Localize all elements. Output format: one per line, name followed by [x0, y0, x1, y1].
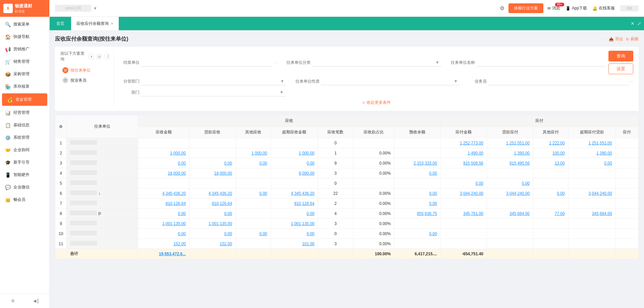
partner-type-select[interactable]: ▼	[312, 59, 441, 67]
table-cell[interactable]: 0.00	[138, 229, 189, 239]
salesman-input[interactable]	[488, 78, 629, 85]
tab-receivable[interactable]: 应收应付余额查询 ✕	[71, 17, 119, 30]
sidebar-item-10[interactable]: 🤝企业协同	[0, 144, 49, 156]
table-cell[interactable]: 810,126.64	[189, 199, 235, 209]
scheme-item-by-partner[interactable]: W 按往来单位	[60, 65, 110, 75]
user-menu[interactable]: Rit	[620, 5, 639, 11]
online-service-button[interactable]: 🔔 在线客服	[592, 5, 615, 11]
table-cell[interactable]: 0.00	[533, 188, 569, 199]
tab-home[interactable]: 首页	[50, 17, 71, 30]
sidebar-item-0[interactable]: 🔍搜索菜单	[0, 18, 49, 31]
table-cell[interactable]: 345,684.00	[487, 209, 533, 219]
table-cell[interactable]: 9,000.00	[271, 168, 318, 178]
table-cell[interactable]: 1,001,135.00	[189, 219, 235, 229]
table-cell[interactable]: 3,044,240.00	[487, 188, 533, 199]
table-cell[interactable]: 345,684.00	[568, 209, 615, 219]
app-download-button[interactable]: 📱 App下载	[566, 5, 587, 11]
sidebar-item-2[interactable]: 📢营销推广	[0, 43, 49, 55]
sidebar-item-5[interactable]: 🏪库存核算	[0, 80, 49, 93]
table-gear-icon[interactable]: ⚙	[59, 124, 63, 129]
settlement-dots-icon[interactable]: ···	[274, 60, 277, 65]
partner-name-input[interactable]	[476, 59, 606, 67]
partner-nature-select[interactable]: ▼	[321, 78, 460, 85]
back-scheme-button[interactable]: 《	[104, 53, 110, 59]
table-cell[interactable]: 1,001,135.00	[138, 219, 189, 229]
industry-plan-button[interactable]: 体验行业方案	[508, 3, 543, 13]
table-cell[interactable]: 655,636.75	[394, 209, 440, 219]
table-cell[interactable]: 1,390.00	[487, 148, 533, 158]
table-cell[interactable]: 152.00	[138, 239, 189, 249]
sidebar-item-4[interactable]: 📦采购管理	[0, 68, 49, 80]
table-cell[interactable]: 0.00	[394, 188, 440, 199]
table-cell[interactable]: 0.00	[235, 158, 271, 168]
sidebar-item-9[interactable]: ⚙️系统管理	[0, 131, 49, 144]
table-cell[interactable]: 1,001,135.00	[271, 219, 318, 229]
chevron-down-icon[interactable]: ▼	[93, 6, 97, 11]
table-cell[interactable]: 1,222.00	[533, 138, 569, 148]
dept-select[interactable]: ▼	[141, 78, 286, 85]
table-cell[interactable]: 0.00	[568, 158, 615, 168]
table-cell[interactable]: 0.00	[138, 209, 189, 219]
query-button[interactable]: 查询	[608, 51, 633, 61]
table-cell[interactable]: 1,252,773.00	[440, 138, 487, 148]
table-cell[interactable]: 915,508.56	[440, 158, 487, 168]
collapse-footer-btn[interactable]: ◀║	[26, 297, 47, 305]
table-cell[interactable]: 0.00	[394, 229, 440, 239]
table-cell[interactable]: 915,495.56	[487, 158, 533, 168]
table-cell[interactable]: 3,044,240.00	[440, 188, 487, 199]
scheme-item-by-salesman[interactable]: ⏱ 按业务员	[60, 76, 110, 85]
table-cell[interactable]: 152.00	[189, 239, 235, 249]
collapse-button[interactable]: ∧ 收起更多条件	[119, 98, 633, 107]
table-cell[interactable]: 1,390.00	[568, 148, 615, 158]
table-cell[interactable]: 0.00	[440, 178, 487, 188]
table-cell[interactable]: 0.00	[394, 199, 440, 209]
salesman-dots-icon[interactable]: ···	[630, 79, 633, 84]
table-cell[interactable]: 1,000.00	[138, 148, 189, 158]
table-cell[interactable]: 345,761.00	[440, 209, 487, 219]
table-cell[interactable]: 100.00	[533, 148, 569, 158]
settings-footer-btn[interactable]: ⚙	[3, 297, 23, 305]
department-select[interactable]: ▼	[141, 89, 286, 96]
sidebar-item-8[interactable]: 📋基础信息	[0, 119, 49, 131]
tab-close-window-icon[interactable]: ✕	[631, 21, 635, 26]
table-cell[interactable]: 0.00	[271, 209, 318, 219]
table-cell[interactable]: 1,000.00	[271, 148, 318, 158]
sidebar-item-6[interactable]: 💰资金管理	[2, 93, 47, 106]
refresh-button[interactable]: ↻ 刷新	[626, 36, 639, 42]
table-cell[interactable]: 810,126.64	[271, 199, 318, 209]
table-cell[interactable]: 4,345,436.20	[271, 188, 318, 199]
table-cell[interactable]: 3,044,240.00	[568, 188, 615, 199]
message-button[interactable]: ✉ 消息 99+	[547, 5, 560, 11]
table-cell[interactable]: 0.00	[189, 209, 235, 219]
settlement-input[interactable]	[141, 59, 272, 67]
table-cell[interactable]: 0.00	[138, 158, 189, 168]
table-cell[interactable]: 4,345,436.20	[189, 188, 235, 199]
table-cell[interactable]: 101.00	[271, 239, 318, 249]
edit-scheme-button[interactable]: ⊙	[96, 53, 102, 59]
sidebar-item-12[interactable]: 📱智能硬件	[0, 169, 49, 181]
table-cell[interactable]: 18,000.00	[138, 168, 189, 178]
table-cell[interactable]: 18,000.00	[189, 168, 235, 178]
table-cell[interactable]: 0.00	[189, 158, 235, 168]
table-cell[interactable]: 1,000.00	[235, 148, 271, 158]
table-cell[interactable]: 0.00	[271, 158, 318, 168]
table-cell[interactable]: 0.00	[487, 178, 533, 188]
total-recv-amt[interactable]: 19,553,472,6...	[138, 249, 189, 259]
sidebar-item-13[interactable]: 💬企业微信	[0, 181, 49, 193]
sidebar-item-1[interactable]: 🏠快捷导航	[0, 31, 49, 43]
table-cell[interactable]: 1,251,551.00	[487, 138, 533, 148]
setting-button[interactable]: 设置	[608, 63, 633, 74]
table-cell[interactable]: 1,251,551.00	[568, 138, 615, 148]
gear-icon[interactable]: ⚙	[500, 5, 504, 11]
table-cell[interactable]: 0.00	[271, 229, 318, 239]
tab-maximize-icon[interactable]: ⤢	[637, 21, 641, 26]
table-cell[interactable]: 0.00	[189, 229, 235, 239]
tab-close-icon[interactable]: ✕	[111, 22, 113, 26]
table-cell[interactable]: 77.00	[533, 209, 569, 219]
sidebar-item-11[interactable]: 🎓新手引导	[0, 156, 49, 169]
table-cell[interactable]: 1,490.00	[440, 148, 487, 158]
sidebar-item-3[interactable]: 🛒销售管理	[0, 55, 49, 68]
table-cell[interactable]: 4,345,436.20	[138, 188, 189, 199]
table-cell[interactable]: 0.00	[235, 229, 271, 239]
table-cell[interactable]: 810,126.64	[138, 199, 189, 209]
